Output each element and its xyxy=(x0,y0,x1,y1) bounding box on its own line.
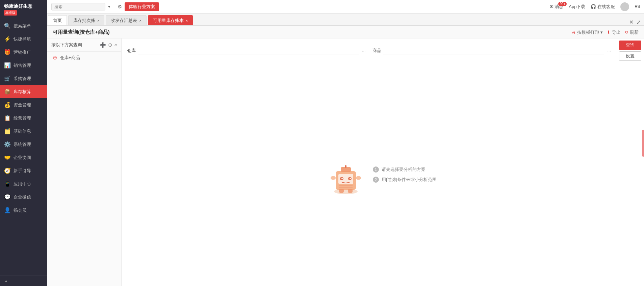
app-download-link[interactable]: App下载 xyxy=(569,4,585,10)
sidebar-item-label-wechat: 企业微信 xyxy=(14,194,31,200)
hint-num-2: 2 xyxy=(373,177,379,183)
export-icon: ⬇ xyxy=(607,30,611,35)
sidebar-item-label-finance: 资金管理 xyxy=(14,102,31,108)
hint-2-text: 用[过滤]条件来缩小分析范围 xyxy=(382,177,437,183)
newbie-icon: 🧭 xyxy=(4,167,11,174)
search-input[interactable] xyxy=(51,3,105,10)
sidebar-scroll: 🔍 搜索菜单 ⚡ 快捷导航 🎁 营销推广 📊 销售管理 🛒 采购管理 📦 库存核… xyxy=(0,19,47,276)
scheme-label: 仓库+商品 xyxy=(60,55,80,61)
empty-text: 1 请先选择要分析的方案 2 用[过滤]条件来缩小分析范围 xyxy=(373,166,437,183)
query-button[interactable]: 查询 xyxy=(619,41,641,50)
warehouse-filter: 仓库 ··· xyxy=(127,42,366,59)
page-header: 可用量查询(按仓库+商品) 🖨 按模板打印 ▾ ⬇ 导出 ↻ 刷新 xyxy=(47,26,644,38)
sidebar-item-wechat[interactable]: 💬 企业微信 xyxy=(0,190,47,204)
tab-label-batch-account: 库存批次账 xyxy=(73,18,95,24)
collapse-panel-icon[interactable]: « xyxy=(114,42,117,48)
sidebar-item-member[interactable]: 👤 畅会员 xyxy=(0,204,47,217)
print-dropdown-icon[interactable]: ▾ xyxy=(600,30,603,35)
goods-input[interactable] xyxy=(383,47,604,54)
svg-rect-7 xyxy=(341,167,351,172)
sidebar-item-label-inventory: 库存核算 xyxy=(14,89,31,95)
sidebar-item-purchase[interactable]: 🛒 采购管理 xyxy=(0,72,47,85)
sidebar-item-base[interactable]: 🗂️ 基础信息 xyxy=(0,125,47,138)
sales-icon: 📊 xyxy=(4,62,11,69)
dropdown-icon[interactable]: ▾ xyxy=(108,4,115,9)
svg-rect-12 xyxy=(348,189,353,193)
topbar: ▾ ⚙ 体验行业方案 ✉ 消息 99+ App下载 🎧 在线客服 Rit xyxy=(47,0,644,14)
filter-header-icons: ➕ ⊙ « xyxy=(100,42,117,48)
empty-state: 1 请先选择要分析的方案 2 用[过滤]条件来缩小分析范围 xyxy=(122,63,644,286)
system-icon: ⚙️ xyxy=(4,141,11,148)
goods-filter: 商品 ··· xyxy=(372,42,611,59)
expand-tab-button[interactable]: ⤢ xyxy=(636,19,641,25)
sidebar-item-label-sales: 销售管理 xyxy=(14,62,31,69)
tab-home[interactable]: 首页 xyxy=(48,15,67,25)
sidebar-item-enterprise[interactable]: 🤝 企业协同 xyxy=(0,151,47,164)
search-icon: 🔍 xyxy=(4,23,11,29)
trial-button[interactable]: 体验行业方案 xyxy=(125,2,159,11)
close-tab-batch-account[interactable]: × xyxy=(97,19,99,23)
sidebar-expand-icon: ▲ xyxy=(4,279,8,283)
marketing-icon: 🎁 xyxy=(4,49,11,55)
sidebar-item-label-member: 畅会员 xyxy=(14,207,27,213)
sidebar-item-marketing[interactable]: 🎁 营销推广 xyxy=(0,46,47,59)
tab-label-available-qty: 可用量库存账本 xyxy=(153,18,184,24)
export-button[interactable]: ⬇ 导出 xyxy=(607,29,621,35)
hint-1-text: 请先选择要分析的方案 xyxy=(382,166,426,173)
export-label: 导出 xyxy=(612,29,621,35)
add-scheme-icon[interactable]: ➕ xyxy=(100,42,106,48)
right-panel: 仓库 ··· 商品 ··· 查询 设置 xyxy=(122,38,644,286)
customer-service-link[interactable]: 🎧 在线客服 xyxy=(591,4,615,10)
tab-receipt-summary[interactable]: 收发存汇总表× xyxy=(106,15,146,25)
scheme-item[interactable]: ⊕ 仓库+商品 xyxy=(47,52,121,63)
sidebar-item-label-system: 系统管理 xyxy=(14,141,31,148)
tab-label-receipt-summary: 收发存汇总表 xyxy=(111,18,137,24)
close-tab-available-qty[interactable]: × xyxy=(186,19,188,23)
svg-rect-11 xyxy=(339,189,344,193)
sidebar-item-newbie[interactable]: 🧭 新手引导 xyxy=(0,164,47,177)
main-area: ▾ ⚙ 体验行业方案 ✉ 消息 99+ App下载 🎧 在线客服 Rit 首页库… xyxy=(47,0,644,286)
goods-more-icon[interactable]: ··· xyxy=(607,48,611,53)
sidebar-item-inventory[interactable]: 📦 库存核算 xyxy=(0,85,47,98)
sidebar-item-operation[interactable]: 📋 经营管理 xyxy=(0,111,47,125)
sidebar-item-finance[interactable]: 💰 资金管理 xyxy=(0,98,47,111)
hint-2: 2 用[过滤]条件来缩小分析范围 xyxy=(373,177,437,183)
page-title: 可用量查询(按仓库+商品) xyxy=(53,29,110,35)
left-panel: 按以下方案查询 ➕ ⊙ « ⊕ 仓库+商品 xyxy=(47,38,122,286)
scheme-list: ⊕ 仓库+商品 xyxy=(47,52,121,63)
refresh-button[interactable]: ↻ 刷新 xyxy=(625,29,639,35)
page-header-actions: 🖨 按模板打印 ▾ ⬇ 导出 ↻ 刷新 xyxy=(571,29,639,35)
sidebar-item-quick-nav[interactable]: ⚡ 快捷导航 xyxy=(0,32,47,46)
inventory-icon: 📦 xyxy=(4,88,11,95)
set-button[interactable]: 设置 xyxy=(619,51,641,61)
goods-label: 商品 xyxy=(372,48,381,54)
svg-rect-8 xyxy=(345,165,346,168)
warehouse-more-icon[interactable]: ··· xyxy=(362,48,366,53)
logo-badge: 标准版 xyxy=(4,10,17,16)
sidebar-bottom[interactable]: ▲ xyxy=(0,276,47,286)
warehouse-label: 仓库 xyxy=(127,48,136,54)
sidebar-item-label-purchase: 采购管理 xyxy=(14,76,31,82)
print-button[interactable]: 🖨 按模板打印 ▾ xyxy=(571,29,603,35)
filter-section: 仓库 ··· 商品 ··· xyxy=(122,38,616,63)
right-scrollbar[interactable] xyxy=(642,130,644,157)
gear-icon[interactable]: ⚙ xyxy=(118,4,122,10)
tab-batch-account[interactable]: 库存批次账× xyxy=(68,15,104,25)
notification-button[interactable]: ✉ 消息 99+ xyxy=(550,4,564,10)
scheme-icon: ⊕ xyxy=(53,54,57,61)
sidebar-item-system[interactable]: ⚙️ 系统管理 xyxy=(0,138,47,151)
tab-available-qty[interactable]: 可用量库存账本× xyxy=(148,15,193,25)
svg-point-5 xyxy=(341,178,343,179)
tabs-bar: 首页库存批次账×收发存汇总表×可用量库存账本× ✕ ⤢ xyxy=(47,14,644,26)
close-tab-receipt-summary[interactable]: × xyxy=(139,19,141,23)
warehouse-input[interactable] xyxy=(138,47,359,54)
avatar[interactable] xyxy=(620,2,629,11)
sidebar-item-search[interactable]: 🔍 搜索菜单 xyxy=(0,19,47,32)
finance-icon: 💰 xyxy=(4,102,11,108)
sidebar-item-sales[interactable]: 📊 销售管理 xyxy=(0,59,47,72)
sidebar-logo: 畅康通好生意 标准版 xyxy=(0,0,47,19)
sidebar-item-app[interactable]: 📱 应用中心 xyxy=(0,177,47,190)
close-tab-button[interactable]: ✕ xyxy=(629,19,634,25)
settings-scheme-icon[interactable]: ⊙ xyxy=(108,42,112,48)
content: 按以下方案查询 ➕ ⊙ « ⊕ 仓库+商品 仓库 ··· xyxy=(47,38,644,286)
